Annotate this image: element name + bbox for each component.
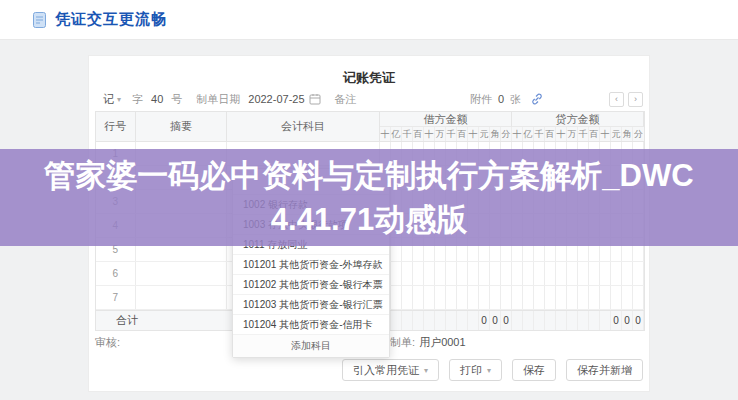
digit-col-label: 十 [512,127,523,141]
print-button[interactable]: 打印 ▾ [449,359,502,381]
credit-group-header: 贷方金额 十亿千百十万千百十元角分 [512,112,644,141]
account-subject-option[interactable]: 101203 其他货币资金-银行汇票 [233,295,389,315]
amount-digit-cell[interactable] [479,262,490,285]
total-digit-cell [457,311,468,330]
account-subject-option[interactable]: 101201 其他货币资金-外埠存款 [233,255,389,275]
amount-digit-cell[interactable] [457,286,468,309]
voucher-nav: ‹ › [609,92,643,107]
amount-digit-cell[interactable] [424,262,435,285]
amount-digit-cell[interactable] [611,262,622,285]
total-digit-cell [435,311,446,330]
amount-digit-cell[interactable] [391,262,402,285]
zi-label: 字 [132,92,143,107]
voucher-toolbar: 记 ▾ 字 40 号 制单日期 2022-07-25 备注 附件 0 张 [103,89,643,109]
amount-digit-cell[interactable] [556,286,567,309]
attachment-count[interactable]: 0 [498,93,504,105]
amount-digit-cell[interactable] [622,262,633,285]
digit-col-label: 元 [611,127,622,141]
total-digit-cell: 0 [479,311,490,330]
amount-digit-cell[interactable] [523,286,534,309]
summary-cell[interactable] [136,286,227,309]
amount-digit-cell[interactable] [446,262,457,285]
attachment-unit-label: 张 [510,92,521,107]
amount-digit-cell[interactable] [633,262,644,285]
amount-digit-cell[interactable] [479,286,490,309]
chevron-down-icon: ▾ [117,95,121,104]
voucher-number-input[interactable]: 40 [151,93,163,105]
amount-digit-cell[interactable] [402,262,413,285]
amount-digit-cell[interactable] [490,286,501,309]
amount-digit-cell[interactable] [589,286,600,309]
amount-digit-cell[interactable] [534,262,545,285]
total-digit-cell [424,311,435,330]
amount-digit-cell[interactable] [413,286,424,309]
add-subject-button[interactable]: 添加科目 [233,335,389,357]
amount-digit-cell[interactable] [567,262,578,285]
amount-digit-cell[interactable] [600,286,611,309]
digit-col-label: 十 [380,127,391,141]
digit-col-label: 亿 [523,127,534,141]
amount-digit-cell[interactable] [578,262,589,285]
summary-cell[interactable] [136,262,227,285]
digit-col-label: 千 [578,127,589,141]
remark-label: 备注 [335,92,357,107]
amount-digit-cell[interactable] [402,286,413,309]
amount-digit-cell[interactable] [490,262,501,285]
save-and-new-button[interactable]: 保存并新增 [566,359,643,381]
amount-digit-cell[interactable] [556,262,567,285]
promo-text-line2: 4.41.71动感版 [271,198,467,242]
amount-digit-cell[interactable] [512,286,523,309]
amount-digit-cell[interactable] [391,286,402,309]
amount-digit-cell[interactable] [534,286,545,309]
digit-col-label: 元 [479,127,490,141]
calendar-icon[interactable] [309,93,321,105]
voucher-word-select[interactable]: 记 [103,92,114,107]
save-button[interactable]: 保存 [512,359,556,381]
amount-digit-cell[interactable] [633,286,644,309]
total-digit-cell [468,311,479,330]
amount-digit-cell[interactable] [512,262,523,285]
digit-col-label: 百 [589,127,600,141]
table-header: 行号 摘要 会计科目 借方金额 十亿千百十万千百十元角分 贷方金额 十亿千百十万… [96,112,644,142]
digit-col-label: 十 [468,127,479,141]
amount-digit-cell[interactable] [523,262,534,285]
action-bar: 引入常用凭证 ▾ 打印 ▾ 保存 保存并新增 [89,359,643,381]
amount-digit-cell[interactable] [611,286,622,309]
amount-digit-cell[interactable] [457,262,468,285]
link-icon[interactable] [531,93,543,105]
amount-digit-cell[interactable] [501,286,512,309]
row-number: 7 [96,286,136,309]
screen: { "topbar": { "title": "凭证交互更流畅" }, "vou… [0,0,738,400]
amount-digit-cell[interactable] [600,262,611,285]
attachment-label: 附件 [470,92,492,107]
import-common-voucher-button[interactable]: 引入常用凭证 ▾ [342,359,439,381]
col-header-credit: 贷方金额 [512,112,644,127]
prev-voucher-button[interactable]: ‹ [609,92,624,107]
account-subject-option[interactable]: 101204 其他货币资金-信用卡 [233,315,389,335]
promo-text-line1: 管家婆一码必中资料与定制执行方案解析_DWC [44,154,693,198]
amount-digit-cell[interactable] [567,286,578,309]
amount-digit-cell[interactable] [446,286,457,309]
next-voucher-button[interactable]: › [628,92,643,107]
amount-digit-cell[interactable] [468,286,479,309]
total-digit-cell: 0 [622,311,633,330]
account-subject-option[interactable]: 101202 其他货币资金-银行本票 [233,275,389,295]
amount-digit-cell[interactable] [622,286,633,309]
total-digit-cell [600,311,611,330]
amount-digit-cell[interactable] [589,262,600,285]
row-number: 6 [96,262,136,285]
total-digit-cell [589,311,600,330]
amount-digit-cell[interactable] [501,262,512,285]
amount-digit-cell[interactable] [545,286,556,309]
digit-col-label: 千 [534,127,545,141]
debit-group-header: 借方金额 十亿千百十万千百十元角分 [380,112,512,141]
amount-digit-cell[interactable] [435,286,446,309]
maker-value: 用户0001 [419,335,465,351]
amount-digit-cell[interactable] [424,286,435,309]
amount-digit-cell[interactable] [435,262,446,285]
amount-digit-cell[interactable] [468,262,479,285]
date-input[interactable]: 2022-07-25 [248,93,304,105]
amount-digit-cell[interactable] [545,262,556,285]
amount-digit-cell[interactable] [578,286,589,309]
amount-digit-cell[interactable] [413,262,424,285]
